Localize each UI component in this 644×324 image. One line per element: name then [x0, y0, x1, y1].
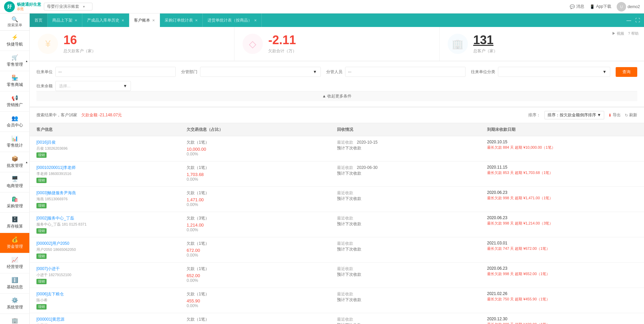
sidebar: 🔍 搜索菜单 ⚡ 快捷导航 🛒 零售管理 🏪 零售商城 📢 营销推广 👥	[0, 13, 30, 324]
overdue-link-3[interactable]: 超期 ¥1,214.00（3笔）	[515, 221, 553, 225]
customer-contact-0: 吕俊 13026203696	[36, 146, 187, 151]
unit-type-select[interactable]: ▼	[498, 67, 610, 77]
tab-close-products-off[interactable]: ✕	[75, 19, 77, 22]
tab-customer-account[interactable]: 客户账本 ✕	[129, 13, 160, 27]
customer-name-link-1[interactable]: [00010200011]李老师	[36, 165, 76, 170]
stat-icon-debt-total: ◇	[243, 34, 263, 54]
tab-prod-history[interactable]: 产成品入库单历史 ✕	[82, 13, 129, 27]
next-recovery-6: 预计下次收款	[337, 297, 487, 303]
filter-row-1: 往来单位 ··· 分管部门 ▼	[36, 67, 637, 77]
customer-info-cell: [0002]服务中心_丁磊 服务中心_丁磊 181 0125 8371 现销	[36, 215, 187, 234]
top-bar: 好 畅捷通好生意 示范 母婴行业演示账套 ▼ 💬 消息 📱 App下载 U	[0, 0, 644, 13]
filter-label-unit-type: 往来单位分类	[471, 69, 495, 75]
stat-value-total-customers: 131	[473, 34, 498, 46]
sidebar-search[interactable]: 🔍 搜索菜单	[0, 13, 29, 31]
user-avatar-area[interactable]: U demo2	[617, 2, 640, 11]
customer-name-link-5[interactable]: [0007]小进干	[36, 266, 60, 271]
sidebar-item-operation[interactable]: 📈 经营管理	[0, 253, 29, 273]
logo-icon: 好	[4, 1, 15, 12]
tab-close-purchase-stats[interactable]: ✕	[195, 19, 198, 22]
sidebar-item-retail-mgmt[interactable]: 🛒 零售管理	[0, 51, 29, 71]
sidebar-item-quick-nav[interactable]: ⚡ 快捷导航	[0, 31, 29, 51]
source-unit-input[interactable]: ···	[55, 67, 176, 77]
tab-maximize-btn[interactable]: ⛶	[634, 17, 641, 24]
overdue-date-3: 2020.06.23	[487, 215, 637, 220]
customer-info-cell: [0016]吕俊 吕俊 13026203696 现销	[36, 140, 187, 158]
message-btn[interactable]: 💬 消息	[570, 4, 584, 9]
sidebar-item-batch-mgmt[interactable]: 📦 批发管理	[0, 152, 29, 172]
next-recovery-3: 预计下次收款	[337, 221, 487, 227]
dept-select[interactable]: ▼	[200, 67, 320, 77]
overdue-cell-0: 2020.10.15 最长欠款 884 天 超期 ¥10,000.00（1笔）	[487, 140, 637, 150]
col-header-overdue: 到期未收款日期	[487, 127, 637, 132]
sort-select[interactable]: 排序：按欠款金额倒序排序 ▼	[544, 111, 604, 119]
sidebar-item-basic-info[interactable]: ℹ️ 基础信息	[0, 273, 29, 294]
stat-video-btn[interactable]: ▶ 视频	[612, 31, 624, 36]
sidebar-item-enterprise[interactable]: 🏢 企业协同	[0, 314, 29, 324]
top-bar-right: 💬 消息 📱 App下载 U demo2	[570, 2, 640, 11]
sidebar-item-inventory[interactable]: 🗄️ 库存核算	[0, 213, 29, 233]
filter-label-source-unit: 往来单位	[36, 69, 53, 75]
table-row: [0003]畅捷服务尹海燕 海燕 18513066976 现销 欠款（1笔） 1…	[30, 187, 644, 212]
overdue-cell-2: 2020.06.23 最长欠款 998 天 超期 ¥1,471.00（1笔）	[487, 190, 637, 201]
tab-purchase-stats[interactable]: 采购订单统计表 ✕	[160, 13, 203, 27]
customer-info-cell: [00010200011]李老师 李老师 18600391516 现销	[36, 165, 187, 183]
app-download-btn[interactable]: 📱 App下载	[590, 4, 611, 9]
manager-input[interactable]: ···	[345, 67, 466, 77]
sidebar-item-member[interactable]: 👥 会员中心	[0, 112, 29, 132]
overdue-link-5[interactable]: 超期 ¥652.00（1笔）	[515, 272, 550, 276]
recovery-cell-2: 最近收款 预计下次收款	[337, 190, 487, 202]
sidebar-item-retail-stats[interactable]: 📊 零售统计	[0, 132, 29, 152]
tab-close-stock-stats[interactable]: ✕	[254, 19, 257, 22]
export-icon: ⬇	[608, 113, 612, 118]
sidebar-item-marketing[interactable]: 📢 营销推广	[0, 91, 29, 112]
stat-card-total-customers: 🏢 131 总客户（家） ▶ 视频 ? 帮助	[440, 27, 644, 61]
sidebar-item-system[interactable]: ⚙️ 系统管理	[0, 294, 29, 314]
export-btn[interactable]: ⬇ 导出	[608, 112, 621, 118]
customer-name-link-3[interactable]: [0002]服务中心_丁磊	[36, 216, 74, 220]
sort-arrow-icon: ▼	[597, 113, 601, 117]
recovery-cell-1: 最近收款 2020-06-30 预计下次收款	[337, 165, 487, 176]
debt-ratio-5: 0.00%	[187, 278, 337, 283]
overdue-days-6: 最长欠款 750 天 超期 ¥455.90（1笔）	[487, 297, 637, 302]
overdue-link-0[interactable]: 超期 ¥10,000.00（1笔）	[515, 145, 555, 149]
overdue-link-6[interactable]: 超期 ¥455.90（1笔）	[515, 297, 550, 301]
sidebar-item-retail-mall[interactable]: 🏪 零售商城	[0, 71, 29, 91]
tab-stock-stats[interactable]: 进货单统计表（按商品） ✕	[203, 13, 262, 27]
debt-amount-1: 1,703.68	[187, 172, 337, 177]
stat-help-btn[interactable]: ? 帮助	[628, 31, 639, 36]
logo-area: 好 畅捷通好生意 示范	[4, 1, 41, 12]
overdue-link-7[interactable]: 超期 ¥429.00（1笔）	[515, 322, 550, 324]
debt-info-cell-4: 欠款（1笔） 672.00 0.00%	[187, 241, 337, 258]
avatar: U	[617, 2, 626, 11]
tab-close-customer-account[interactable]: ✕	[152, 19, 155, 22]
customer-contact-4: 用户2050 18665062050	[36, 247, 187, 252]
tab-products-off[interactable]: 商品上下架 ✕	[48, 13, 82, 27]
refresh-btn[interactable]: ↻ 刷新	[625, 112, 637, 118]
sidebar-item-capital[interactable]: 💰 资金管理	[0, 233, 29, 253]
customer-name-link-0[interactable]: [0016]吕俊	[36, 140, 56, 145]
tab-close-prod-history[interactable]: ✕	[121, 19, 124, 22]
customer-info-cell: [0003]畅捷服务尹海燕 海燕 18513066976 现销	[36, 190, 187, 208]
overdue-link-1[interactable]: 超期 ¥1,703.68（1笔）	[515, 171, 553, 175]
customer-name-link-2[interactable]: [0003]畅捷服务尹海燕	[36, 190, 76, 195]
left-label[interactable]: 示范	[17, 7, 41, 11]
tab-minimize-btn[interactable]: —	[625, 17, 633, 24]
customer-name-link-7[interactable]: [000001]黄思源	[36, 317, 64, 322]
recovery-cell-7: 最近收款 预计下次收款	[337, 317, 487, 324]
customer-name-link-4[interactable]: [000002]用户2050	[36, 241, 69, 246]
overdue-link-4[interactable]: 超期 ¥672.00（1笔）	[515, 246, 550, 251]
tab-home[interactable]: 首页	[30, 13, 48, 27]
sidebar-item-purchase-mgmt[interactable]: 🛍️ 采购管理	[0, 193, 29, 213]
overdue-link-2[interactable]: 超期 ¥1,471.00（1笔）	[515, 196, 553, 200]
customer-info-cell: [000002]用户2050 用户2050 18665062050 现销	[36, 241, 187, 259]
sidebar-item-ecom-mgmt[interactable]: 🖥️ 电商管理	[0, 172, 29, 193]
balance-select[interactable]: 选择... ▼	[55, 81, 131, 91]
filter-unit-type: 往来单位分类 ▼	[471, 67, 610, 77]
table-row: [00010200011]李老师 李老师 18600391516 现销 欠款（1…	[30, 161, 644, 187]
query-button[interactable]: 查询	[616, 67, 637, 77]
recovery-cell-6: 最近收款 预计下次收款	[337, 291, 487, 303]
collapse-bar[interactable]: ▲ 收起更多条件	[36, 91, 637, 101]
store-selector[interactable]: 母婴行业演示账套 ▼	[44, 3, 92, 10]
customer-name-link-6[interactable]: [0006]去下粮仓	[36, 292, 64, 296]
